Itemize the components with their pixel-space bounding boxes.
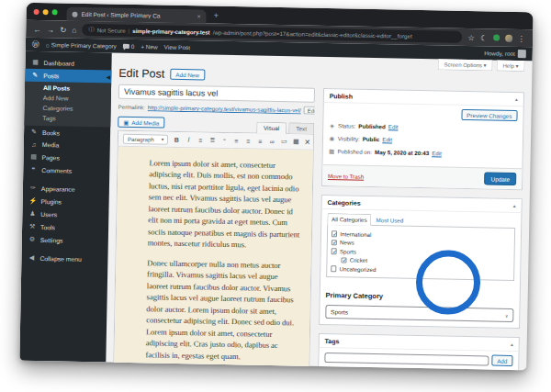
admin-bar-view-post[interactable]: View Post: [164, 44, 190, 51]
collapse-toggle-icon[interactable]: ▴: [513, 203, 516, 208]
blockquote-icon[interactable]: “: [220, 137, 228, 143]
add-media-button[interactable]: ▣ Add Media: [118, 117, 164, 129]
comments-count: 0: [131, 43, 135, 50]
close-tab-icon[interactable]: ×: [197, 13, 200, 19]
category-label: International: [340, 230, 371, 238]
browser-profile-avatar[interactable]: [505, 34, 512, 41]
checkbox-checked[interactable]: [331, 248, 337, 254]
sidebar-item-collapse-menu[interactable]: ◀ Collapse menu: [21, 252, 107, 266]
page-title: Edit Post: [118, 67, 164, 81]
edit-status-link[interactable]: Edit: [388, 122, 399, 131]
checkbox-checked[interactable]: [341, 257, 347, 263]
help-button[interactable]: Help ▾: [496, 61, 524, 73]
tab-text[interactable]: Text: [288, 122, 314, 134]
visibility-label: Visibility:: [338, 134, 360, 143]
settings-icon: ⚙: [28, 236, 36, 243]
submenu-tags[interactable]: Tags: [24, 113, 110, 125]
bold-icon[interactable]: B: [173, 136, 180, 142]
toolbar-toggle-icon[interactable]: ▦: [292, 138, 299, 145]
categories-metabox: Categories ▴ All Categories Most Used: [319, 195, 523, 329]
align-center-icon[interactable]: ≡: [244, 138, 252, 144]
permalink-url[interactable]: http://simple-primary-category.test/viva…: [148, 104, 301, 113]
sidebar-item-posts[interactable]: ✎ Posts ◀: [25, 69, 111, 84]
classic-editor: Paragraph ▾ B I ≡ ≣ “ ≡ ≡ ≡ ∞: [113, 130, 314, 371]
category-label: News: [340, 240, 354, 246]
reload-icon[interactable]: ↻: [60, 25, 66, 34]
preview-changes-button[interactable]: Preview Changes: [461, 109, 518, 121]
link-icon[interactable]: ∞: [268, 138, 276, 144]
move-to-trash-link[interactable]: Move to Trash: [328, 173, 364, 180]
collapse-toggle-icon[interactable]: ▴: [515, 96, 518, 102]
align-right-icon[interactable]: ≡: [256, 138, 264, 144]
collapse-toggle-icon[interactable]: ▴: [511, 342, 513, 347]
favicon: [73, 11, 78, 17]
dark-mode-extension-icon[interactable]: ☾: [480, 33, 488, 42]
admin-bar-comments[interactable]: 0: [123, 43, 135, 50]
edit-published-link[interactable]: Edit: [432, 149, 442, 158]
screen-options-button[interactable]: Screen Options ▾: [437, 59, 492, 71]
italic-icon[interactable]: I: [185, 136, 192, 143]
publish-box-title: Publish: [330, 93, 353, 99]
tab-all-categories[interactable]: All Categories: [327, 213, 372, 226]
checkbox-unchecked[interactable]: [331, 265, 337, 272]
more-tag-icon[interactable]: ▭: [280, 138, 287, 145]
numbered-list-icon[interactable]: ≣: [208, 137, 216, 144]
status-value: Published: [358, 122, 386, 131]
posts-pin-icon: ✎: [31, 72, 39, 79]
wp-admin-menu: ▦ Dashboard ✎ Posts ◀ All Posts Add New …: [19, 51, 111, 363]
tab-visual[interactable]: Visual: [256, 122, 287, 135]
collapse-arrow-icon: ◀: [28, 254, 35, 262]
category-cricket[interactable]: Cricket: [341, 257, 510, 267]
sidebar-item-settings[interactable]: ⚙ Settings: [22, 233, 108, 248]
wordpress-logo-icon[interactable]: Ⓦ: [32, 39, 39, 50]
sidebar-item-label: Appearance: [41, 185, 75, 193]
checkbox-checked[interactable]: [332, 240, 338, 246]
permalink-edit-button[interactable]: Edit: [304, 106, 315, 115]
admin-bar-new[interactable]: + New: [141, 43, 157, 50]
bulleted-list-icon[interactable]: ≡: [197, 137, 204, 143]
post-paragraph: Maecenas faucibus mollis interdum. Cras …: [144, 369, 298, 371]
admin-bar-site-link[interactable]: ⌂ Simple Primary Category: [46, 41, 117, 49]
add-media-icon: ▣: [123, 118, 129, 125]
zoom-window-button[interactable]: [52, 9, 58, 15]
format-dropdown[interactable]: Paragraph ▾: [123, 133, 169, 144]
editor-content-area[interactable]: Lorem ipsum dolor sit amet, consectetur …: [114, 147, 312, 371]
published-on-label: Published on:: [337, 147, 372, 156]
post-title-input[interactable]: [118, 84, 315, 103]
publish-metabox: Publish ▴ Preview Changes ◈ Status: Publ…: [321, 88, 524, 190]
primary-category-select[interactable]: Sports ∨: [325, 305, 513, 322]
minimize-window-button[interactable]: [43, 9, 49, 15]
add-tag-button[interactable]: Add: [491, 355, 512, 366]
edit-visibility-link[interactable]: Edit: [382, 135, 392, 144]
add-media-label: Add Media: [131, 118, 159, 126]
new-tab-button[interactable]: +: [213, 10, 218, 19]
sidebar-item-label: Pages: [41, 154, 59, 161]
tab-most-used[interactable]: Most Used: [372, 215, 409, 226]
green-extension-icon[interactable]: [493, 34, 500, 40]
howdy-label[interactable]: Howdy, root: [484, 50, 515, 57]
align-left-icon[interactable]: ≡: [232, 138, 240, 144]
bookmark-star-icon[interactable]: ☆: [467, 32, 475, 41]
visibility-value: Public: [363, 135, 380, 144]
forward-icon[interactable]: →: [47, 25, 55, 34]
user-avatar[interactable]: [518, 50, 526, 58]
active-menu-arrow-icon: ◀: [107, 73, 111, 80]
posts-submenu: All Posts Add New Categories Tags: [24, 82, 111, 128]
info-icon[interactable]: ⓘ: [88, 26, 94, 34]
checkbox-checked[interactable]: [332, 230, 338, 237]
tags-input[interactable]: [324, 353, 489, 365]
plugins-icon: ⚡: [29, 197, 37, 205]
home-icon[interactable]: ⌂: [72, 25, 76, 34]
window-controls: [34, 8, 58, 14]
users-icon: ♟: [28, 210, 36, 218]
update-button[interactable]: Update: [484, 173, 516, 186]
browser-menu-icon[interactable]: ⋮: [518, 34, 526, 43]
sidebar-item-comments[interactable]: ❝ Comments: [23, 163, 109, 178]
category-uncategorized[interactable]: Uncategorized: [331, 265, 510, 275]
back-icon[interactable]: ←: [33, 24, 41, 33]
close-window-button[interactable]: [34, 8, 39, 14]
permalink-label: Permalink:: [118, 104, 145, 111]
add-new-button[interactable]: Add New: [170, 69, 205, 81]
post-paragraph: Donec ullamcorper nulla non metus auctor…: [145, 257, 299, 364]
distraction-free-icon[interactable]: ✕: [304, 138, 310, 146]
